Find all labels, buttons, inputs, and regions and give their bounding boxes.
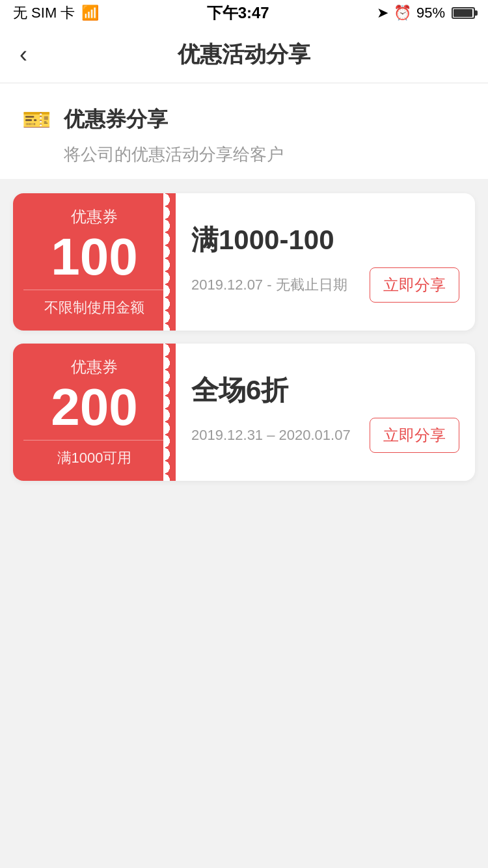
coupon-right-2: 全场6折 2019.12.31 – 2020.01.07 立即分享 bbox=[176, 344, 475, 481]
coupon-condition-1: 不限制使用金额 bbox=[23, 290, 165, 318]
coupon-left-1: 优惠券 100 不限制使用金额 bbox=[13, 193, 176, 331]
status-bar: 无 SIM 卡 📶 下午3:47 ➤ ⏰ 95% bbox=[0, 0, 488, 26]
status-time: 下午3:47 bbox=[207, 3, 269, 23]
status-carrier: 无 SIM 卡 📶 bbox=[13, 3, 99, 23]
back-button[interactable]: ‹ bbox=[20, 41, 27, 68]
section-icon: 🎫 bbox=[20, 103, 53, 137]
location-icon: ➤ bbox=[377, 5, 388, 21]
coupon-type-label-2: 优惠券 bbox=[71, 357, 118, 377]
coupon-name-1: 满1000-100 bbox=[191, 222, 459, 258]
page-title: 优惠活动分享 bbox=[178, 40, 310, 70]
coupon-name-2: 全场6折 bbox=[191, 372, 459, 409]
status-indicators: ➤ ⏰ 95% bbox=[377, 5, 475, 21]
battery-percent: 95% bbox=[416, 5, 445, 21]
alarm-icon: ⏰ bbox=[394, 5, 411, 21]
coupon-date-2: 2019.12.31 – 2020.01.07 bbox=[191, 427, 359, 444]
coupon-condition-2: 满1000可用 bbox=[23, 440, 165, 468]
coupon-card-1: 优惠券 100 不限制使用金额 满1000-100 2019.12.07 - 无… bbox=[13, 193, 475, 331]
coupon-value-1: 100 bbox=[51, 231, 137, 283]
section-subtitle: 将公司的优惠活动分享给客户 bbox=[64, 143, 468, 166]
section-title: 优惠券分享 bbox=[64, 105, 168, 134]
nav-bar: ‹ 优惠活动分享 bbox=[0, 26, 488, 83]
section-header: 🎫 优惠券分享 将公司的优惠活动分享给客户 bbox=[0, 83, 488, 179]
coupon-date-1: 2019.12.07 - 无截止日期 bbox=[191, 275, 359, 295]
coupon-value-2: 200 bbox=[51, 381, 137, 433]
battery-icon bbox=[452, 7, 475, 19]
coupon-type-label-1: 优惠券 bbox=[71, 206, 118, 227]
share-button-1[interactable]: 立即分享 bbox=[370, 267, 459, 303]
coupon-meta-1: 2019.12.07 - 无截止日期 立即分享 bbox=[191, 267, 459, 303]
coupon-card-2: 优惠券 200 满1000可用 全场6折 2019.12.31 – 2020.0… bbox=[13, 344, 475, 481]
coupon-left-2: 优惠券 200 满1000可用 bbox=[13, 344, 176, 481]
share-button-2[interactable]: 立即分享 bbox=[370, 418, 459, 453]
coupon-list: 优惠券 100 不限制使用金额 满1000-100 2019.12.07 - 无… bbox=[0, 180, 488, 494]
bottom-space bbox=[0, 494, 488, 868]
carrier-text: 无 SIM 卡 bbox=[13, 3, 75, 23]
wifi-icon: 📶 bbox=[81, 5, 99, 21]
coupon-meta-2: 2019.12.31 – 2020.01.07 立即分享 bbox=[191, 418, 459, 453]
coupon-right-1: 满1000-100 2019.12.07 - 无截止日期 立即分享 bbox=[176, 193, 475, 331]
